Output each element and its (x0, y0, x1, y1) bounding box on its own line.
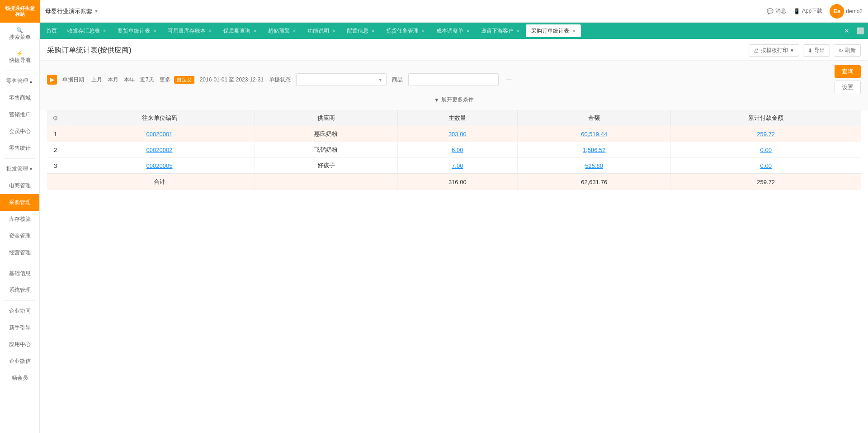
sidebar-item-inventory[interactable]: 库存核算 (0, 211, 39, 228)
tab-yaoqing[interactable]: 邀请下游客户 ✕ (476, 24, 525, 37)
tab-chengben-label: 成本调整单 (436, 27, 463, 35)
tab-gongnengjieshao[interactable]: 功能说明 ✕ (302, 24, 341, 37)
sidebar-item-wechat[interactable]: 企业微信 (0, 353, 39, 370)
qty-link-0[interactable]: 303.00 (448, 131, 467, 138)
goods-filter-input[interactable] (408, 73, 499, 86)
col-settings-header[interactable]: ⚙ (47, 110, 64, 126)
app-download-btn[interactable]: 📱 App下载 (793, 7, 822, 15)
tab-peizhi-label: 配置信息 (347, 27, 368, 35)
sidebar-item-purchase[interactable]: 采购管理 (0, 194, 39, 211)
sidebar-item-retail[interactable]: 零售管理 ▲ (0, 73, 39, 90)
sidebar-item-retail-label: 零售管理 (6, 77, 28, 85)
sidebar-search[interactable]: 🔍 搜索菜单 (0, 23, 39, 46)
tab-caigoudingdan[interactable]: 采购订单统计表 ✕ (526, 24, 581, 37)
tab-gongnengjieshao-close[interactable]: ✕ (332, 29, 335, 33)
sidebar-item-appstore[interactable]: 应用中心 (0, 336, 39, 353)
cell-index-2: 3 (47, 158, 64, 174)
filter-bar: ▶ 单据日期 上月 本月 本年 近7天 更多 自定义 2016-01-01 至 … (40, 61, 868, 110)
col-supplier-header: 供应商 (255, 110, 398, 126)
sidebar-item-member2[interactable]: 畅会员 (0, 370, 39, 386)
sidebar-item-marketing-label: 营销推广 (9, 111, 31, 119)
tab-maximize-btn[interactable]: ⬜ (855, 26, 866, 35)
tab-baozhanqi-label: 保质期查询 (223, 27, 250, 35)
cell-supplier-0: 惠氏奶粉 (255, 126, 398, 142)
paid-link-1[interactable]: 0.00 (760, 147, 772, 153)
search-icon: 🔍 (16, 27, 23, 33)
sidebar-shortcut-label: 快捷导航 (9, 57, 31, 64)
tab-baozhanqi[interactable]: 保质期查询 ✕ (218, 24, 262, 37)
data-table: ⚙ 往来单位编码 供应商 主数量 金额 累计付款金额 1 00020001 惠氏… (47, 110, 861, 190)
sidebar-item-member[interactable]: 会员中心 (0, 123, 39, 140)
tab-peizhi[interactable]: 配置信息 ✕ (341, 24, 380, 37)
tab-keyongliang-close[interactable]: ✕ (208, 29, 212, 33)
qty-link-2[interactable]: 7.00 (452, 162, 463, 169)
cell-qty-1: 6.00 (397, 142, 517, 158)
tab-yaoqing-close[interactable]: ✕ (516, 29, 520, 33)
custom-date-badge[interactable]: 自定义 (174, 76, 194, 84)
date-tab-this-month[interactable]: 本月 (106, 75, 120, 85)
tab-peizhi-close[interactable]: ✕ (371, 29, 375, 33)
data-table-container: ⚙ 往来单位编码 供应商 主数量 金额 累计付款金额 1 00020001 惠氏… (40, 110, 868, 433)
tab-shoufahuizong[interactable]: 收发存汇总表 ✕ (62, 24, 112, 37)
sidebar-item-finance[interactable]: 资金管理 (0, 228, 39, 244)
code-link-2[interactable]: 00020005 (146, 162, 173, 169)
code-link-0[interactable]: 00020001 (146, 131, 173, 138)
sidebar-item-enterprise[interactable]: 企业协同 (0, 303, 39, 319)
search-btn[interactable]: 查询 (835, 65, 861, 78)
sidebar-item-operation[interactable]: 经营管理 (0, 244, 39, 261)
amount-link-2[interactable]: 525.80 (585, 162, 603, 169)
tab-chengben[interactable]: 成本调整单 ✕ (431, 24, 475, 37)
export-btn[interactable]: ⬇ 导出 (803, 44, 830, 57)
date-tab-last-month[interactable]: 上月 (90, 75, 104, 85)
sidebar-item-retail-stats[interactable]: 零售统计 (0, 140, 39, 157)
table-row: 3 00020005 好孩子 7.00 525.80 0.00 (47, 158, 861, 174)
amount-link-1[interactable]: 1,586.52 (583, 147, 606, 153)
tab-chaochuyujing-close[interactable]: ✕ (292, 29, 296, 33)
template-print-btn[interactable]: 🖨 按模板打印 ▼ (749, 44, 799, 57)
sidebar-item-ecommerce[interactable]: 电商管理 (0, 177, 39, 194)
tab-chaochuyujing[interactable]: 超储预警 ✕ (263, 24, 302, 37)
sidebar-item-wholesale[interactable]: 批发管理 ▼ (0, 161, 39, 177)
filter-toggle-btn[interactable]: ▶ (47, 75, 57, 85)
tab-yaohuodanjitongji-close[interactable]: ✕ (153, 29, 156, 33)
tab-paihuo[interactable]: 拣货任务管理 ✕ (381, 24, 430, 37)
tab-paihuo-close[interactable]: ✕ (421, 29, 425, 33)
sidebar-shortcut[interactable]: ⚡ 快捷导航 (0, 46, 39, 69)
tab-shoufahuizong-close[interactable]: ✕ (103, 29, 106, 33)
user-profile[interactable]: Ea demo2 (830, 4, 863, 19)
sidebar-item-retail-stats-label: 零售统计 (9, 144, 31, 152)
sidebar-item-system[interactable]: 系统管理 (0, 282, 39, 299)
refresh-btn[interactable]: ↻ 刷新 (834, 44, 861, 57)
goods-more-btn[interactable]: ··· (506, 76, 512, 84)
tab-paihuo-label: 拣货任务管理 (386, 27, 419, 35)
messages-btn[interactable]: 💬 消息 (767, 7, 786, 15)
date-tab-7days[interactable]: 近7天 (138, 75, 156, 85)
workspace-selector[interactable]: 母婴行业演示账套 ▼ (45, 7, 99, 15)
tab-caigoudingdan-close[interactable]: ✕ (572, 29, 576, 33)
date-tab-this-year[interactable]: 本年 (122, 75, 137, 85)
paid-link-2[interactable]: 0.00 (760, 162, 772, 169)
qty-link-1[interactable]: 6.00 (452, 147, 463, 153)
status-select[interactable]: ▼ (296, 73, 387, 86)
tab-yaohuodanjitongji[interactable]: 要货单统计表 ✕ (112, 24, 162, 37)
expand-more-btn[interactable]: ▼ 展开更多条件 (47, 94, 861, 105)
tab-baozhanqi-close[interactable]: ✕ (253, 29, 257, 33)
tab-home[interactable]: 首页 (42, 24, 61, 37)
tab-chengben-close[interactable]: ✕ (466, 29, 470, 33)
paid-link-0[interactable]: 259.72 (757, 131, 775, 138)
sidebar-item-newbie[interactable]: 新手引导 (0, 319, 39, 336)
sidebar-item-basic-label: 基础信息 (9, 270, 31, 277)
shortcut-icon: ⚡ (16, 50, 23, 57)
tab-close-all-btn[interactable]: ✕ (842, 26, 851, 35)
sidebar-item-basic[interactable]: 基础信息 (0, 265, 39, 282)
code-link-1[interactable]: 00020002 (146, 147, 173, 153)
gear-icon[interactable]: ⚙ (52, 114, 58, 122)
amount-link-0[interactable]: 60,519.44 (581, 131, 607, 138)
user-name: demo2 (846, 8, 863, 14)
tab-keyongliang[interactable]: 可用量库存账本 ✕ (162, 24, 217, 37)
setting-btn[interactable]: 设置 (835, 81, 861, 94)
sidebar-item-marketing[interactable]: 营销推广 (0, 106, 39, 123)
sidebar-item-retail-shop[interactable]: 零售商城 (0, 90, 39, 106)
page-content: 采购订单统计表(按供应商) 🖨 按模板打印 ▼ ⬇ 导出 ↻ 刷新 (40, 39, 868, 433)
date-tab-more[interactable]: 更多 (158, 75, 172, 85)
